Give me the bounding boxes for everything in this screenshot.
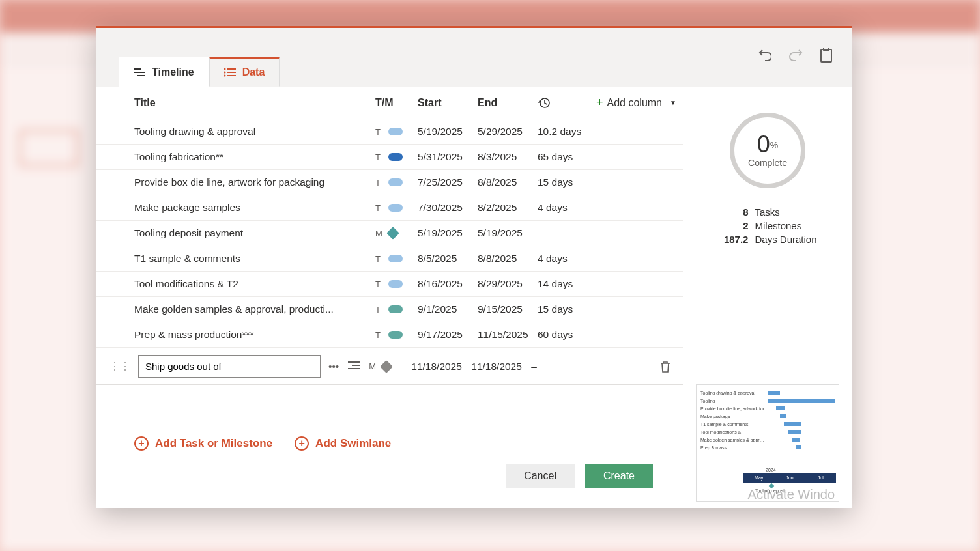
row-title: Provide box die line, artwork for packag… (134, 177, 375, 188)
row-end: 11/15/2025 (478, 329, 538, 341)
table-row[interactable]: Make package samples T 7/30/2025 8/2/202… (96, 195, 683, 221)
clipboard-button[interactable] (820, 48, 833, 63)
table-row[interactable]: Prep & mass production*** T 9/17/2025 11… (96, 322, 683, 348)
svg-point-1 (224, 72, 226, 74)
history-icon (538, 96, 551, 109)
col-title[interactable]: Title (134, 97, 375, 109)
col-tm[interactable]: T/M (375, 97, 418, 109)
stat-days-l: Days Duration (755, 234, 816, 245)
row-end: 8/8/2025 (478, 177, 538, 188)
row-start: 5/19/2025 (418, 126, 478, 137)
table-row[interactable]: Provide box die line, artwork for packag… (96, 170, 683, 195)
row-start: 8/16/2025 (418, 278, 478, 290)
table-row[interactable]: Tool modifications & T2 T 8/16/2025 8/29… (96, 272, 683, 297)
tab-data[interactable]: Data (209, 57, 280, 87)
create-button[interactable]: Create (585, 464, 653, 488)
row-title: T1 sample & comments (134, 253, 375, 264)
timeline-preview[interactable]: Tooling drawing & approvalToolingProvide… (696, 384, 839, 502)
cancel-button[interactable]: Cancel (506, 464, 575, 488)
tab-timeline[interactable]: Timeline (119, 57, 209, 87)
tm-letter: T (375, 305, 384, 315)
table-row[interactable]: Tooling deposit payment M 5/19/2025 5/19… (96, 221, 683, 246)
table-header: Title T/M Start End + Add column ▼ (96, 87, 683, 119)
row-start: 8/5/2025 (418, 253, 478, 264)
col-start[interactable]: Start (418, 97, 478, 109)
row-end: 8/29/2025 (478, 278, 538, 290)
row-duration: 4 days (538, 202, 596, 214)
chevron-down-icon: ▼ (670, 99, 676, 106)
drag-handle-icon[interactable]: ⋮⋮ (109, 361, 130, 373)
pill-icon (388, 331, 403, 339)
col-end[interactable]: End (478, 97, 538, 109)
tm-letter: T (375, 203, 384, 213)
row-end: 8/2/2025 (478, 202, 538, 214)
row-duration: 65 days (538, 151, 596, 163)
timeline-icon (134, 68, 145, 77)
svg-point-2 (224, 75, 226, 77)
row-start: 11/18/2025 (411, 361, 471, 373)
row-duration: 15 days (538, 304, 596, 315)
row-title: Make package samples (134, 202, 375, 214)
add-task-button[interactable]: + Add Task or Milestone (134, 436, 272, 451)
pill-icon (388, 153, 403, 161)
more-icon[interactable]: ••• (328, 361, 339, 373)
diamond-icon (380, 360, 393, 373)
undo-button[interactable] (757, 48, 771, 63)
row-title: Make golden samples & approval, producti… (134, 304, 375, 315)
pill-icon (388, 255, 403, 262)
table-row[interactable]: Tooling drawing & approval T 5/19/2025 5… (96, 119, 683, 145)
col-duration[interactable] (538, 96, 596, 109)
add-column-label: Add column (607, 97, 663, 109)
row-start: 7/30/2025 (418, 202, 478, 214)
add-column-button[interactable]: + Add column ▼ (596, 96, 676, 109)
table-row[interactable]: Make golden samples & approval, producti… (96, 297, 683, 322)
table-row-editing[interactable]: ⋮⋮ ••• M 11/18/2025 11/18/2025 – (96, 348, 683, 385)
tm-letter: T (375, 152, 384, 162)
tm-letter: T (375, 254, 384, 264)
row-duration: – (531, 361, 590, 373)
pill-icon (388, 178, 403, 186)
row-start: 9/1/2025 (418, 304, 478, 315)
pill-icon (388, 128, 403, 135)
row-duration: 60 days (538, 329, 596, 341)
tm-letter: T (375, 279, 384, 289)
tm-letter: M (375, 229, 384, 238)
preview-axis: May Jun Jul (743, 473, 836, 483)
indent-icon[interactable] (348, 361, 360, 373)
stat-tasks-l: Tasks (755, 206, 779, 218)
row-start: 5/19/2025 (418, 227, 478, 239)
redo-button[interactable] (788, 48, 803, 63)
progress-value: 0 (757, 131, 770, 158)
stat-days-n: 187.2 (718, 234, 748, 245)
watermark: Activate Windo (748, 487, 835, 502)
delete-button[interactable] (659, 360, 671, 373)
row-end: 9/15/2025 (478, 304, 538, 315)
progress-pct: % (770, 140, 778, 150)
row-end: 5/29/2025 (478, 126, 538, 137)
row-duration: 4 days (538, 253, 596, 264)
row-end: 8/8/2025 (478, 253, 538, 264)
row-end: 5/19/2025 (478, 227, 538, 239)
add-swimlane-label: Add Swimlane (315, 437, 391, 450)
row-title: Tool modifications & T2 (134, 278, 375, 290)
table-row[interactable]: T1 sample & comments T 8/5/2025 8/8/2025… (96, 246, 683, 272)
stat-tasks-n: 8 (718, 206, 748, 218)
table-row[interactable]: Tooling fabrication** T 5/31/2025 8/3/20… (96, 145, 683, 170)
row-duration: 14 days (538, 278, 596, 290)
tm-letter: T (375, 127, 384, 137)
row-title: Tooling deposit payment (134, 227, 375, 239)
pill-icon (388, 204, 403, 212)
row-duration: 10.2 days (538, 126, 596, 137)
progress-ring: 0% Complete (730, 113, 805, 188)
row-duration: – (538, 227, 596, 239)
add-swimlane-button[interactable]: + Add Swimlane (295, 436, 391, 451)
add-task-label: Add Task or Milestone (155, 437, 272, 450)
row-start: 5/31/2025 (418, 151, 478, 163)
plus-icon: + (596, 96, 603, 109)
progress-label: Complete (748, 158, 787, 168)
title-input[interactable] (138, 355, 321, 378)
row-end: 11/18/2025 (471, 361, 531, 373)
diamond-icon (386, 227, 399, 240)
tm-letter: T (375, 178, 384, 188)
pill-icon (388, 280, 403, 288)
